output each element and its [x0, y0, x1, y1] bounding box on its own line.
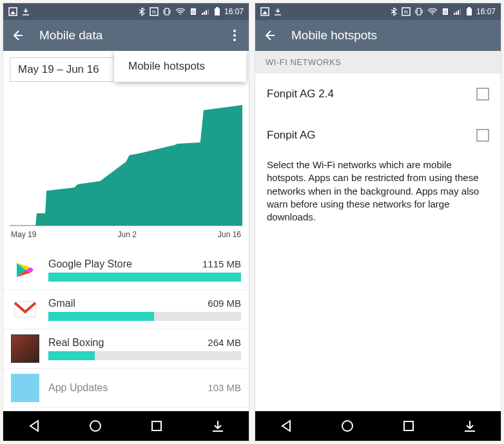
- x-tick: May 19: [11, 230, 36, 239]
- list-item[interactable]: App Updates103 MB: [3, 369, 249, 408]
- battery-icon: [466, 7, 472, 16]
- svg-point-31: [432, 14, 433, 15]
- app-usage: 1115 MB: [202, 258, 241, 270]
- svg-rect-34: [454, 13, 455, 15]
- app-usage: 103 MB: [208, 382, 241, 394]
- svg-point-16: [233, 39, 236, 41]
- checkbox[interactable]: [476, 88, 489, 101]
- chart-area-icon: [10, 91, 242, 226]
- svg-rect-30: [417, 8, 421, 15]
- checkbox[interactable]: [476, 129, 489, 142]
- nav-pull-down-button[interactable]: [462, 418, 478, 434]
- list-item[interactable]: Real Boxing264 MB: [3, 329, 249, 369]
- svg-rect-12: [215, 8, 220, 15]
- network-row[interactable]: Fonpit AG: [255, 115, 501, 156]
- x-tick: Jun 16: [218, 230, 241, 239]
- nav-recent-button[interactable]: [401, 418, 416, 434]
- app-usage: 609 MB: [208, 298, 241, 309]
- app-bar-left: Mobile data: [3, 20, 249, 51]
- signal-icon: [453, 8, 462, 15]
- menu-item-label: Mobile hotspots: [128, 60, 205, 72]
- x-tick: Jun 2: [117, 230, 136, 239]
- nav-bar: [255, 411, 501, 441]
- svg-rect-37: [460, 9, 461, 15]
- svg-text:N: N: [404, 9, 408, 15]
- data-icon: G: [441, 7, 449, 16]
- status-bar: N G 16:07: [3, 3, 249, 20]
- app-usage-list: Google Play Store1115 MB Gmail609 MB Rea…: [3, 251, 249, 408]
- svg-rect-4: [165, 8, 169, 15]
- svg-marker-23: [30, 421, 38, 431]
- svg-point-24: [90, 421, 101, 431]
- app-name: Google Play Store: [48, 258, 132, 270]
- svg-point-41: [342, 421, 353, 431]
- phone-right-mobile-hotspots: N G 16:07 Mobile hotspots WI-FI NETWORKS…: [255, 3, 501, 441]
- wifi-icon: [175, 8, 186, 15]
- battery-icon: [214, 7, 220, 16]
- svg-rect-39: [468, 7, 470, 8]
- image-icon: [8, 7, 17, 16]
- app-updates-icon: [11, 374, 39, 402]
- svg-rect-9: [204, 12, 205, 15]
- page-title: Mobile hotspots: [291, 28, 494, 43]
- network-row[interactable]: Fonpit AG 2.4: [255, 73, 501, 115]
- wifi-icon: [427, 8, 438, 15]
- bluetooth-icon: [138, 7, 146, 16]
- download-icon: [21, 7, 30, 16]
- nav-back-button[interactable]: [26, 418, 42, 434]
- app-name: Gmail: [48, 298, 75, 309]
- signal-icon: [201, 8, 210, 15]
- data-usage-chart: May 19 Jun 2 Jun 16: [10, 91, 242, 246]
- back-button[interactable]: [10, 28, 24, 43]
- usage-bar: [48, 351, 241, 360]
- status-time: 16:07: [476, 7, 496, 16]
- svg-text:N: N: [152, 9, 156, 15]
- gmail-icon: [11, 295, 39, 323]
- nav-bar: [3, 411, 249, 441]
- svg-marker-40: [282, 421, 290, 431]
- real-boxing-icon: [11, 334, 39, 363]
- svg-point-15: [233, 34, 236, 37]
- vibrate-icon: [414, 7, 423, 16]
- network-name: Fonpit AG: [267, 129, 316, 142]
- list-item[interactable]: Google Play Store1115 MB: [3, 251, 249, 290]
- vibrate-icon: [162, 7, 171, 16]
- nav-home-button[interactable]: [88, 418, 103, 434]
- svg-point-14: [233, 30, 236, 32]
- svg-point-5: [180, 14, 181, 15]
- svg-text:G: G: [443, 10, 447, 14]
- nfc-icon: N: [150, 7, 159, 16]
- back-button[interactable]: [262, 28, 276, 43]
- nav-back-button[interactable]: [278, 418, 294, 434]
- app-name: Real Boxing: [48, 337, 104, 349]
- section-header-wifi-networks: WI-FI NETWORKS: [255, 51, 501, 73]
- status-time: 16:07: [224, 7, 244, 16]
- nav-pull-down-button[interactable]: [210, 418, 226, 434]
- usage-bar: [48, 273, 241, 282]
- date-range-label: May 19 – Jun 16: [18, 63, 99, 76]
- app-bar-right: Mobile hotspots: [255, 20, 501, 51]
- svg-rect-42: [404, 421, 413, 430]
- svg-text:G: G: [191, 10, 195, 14]
- content-right: WI-FI NETWORKS Fonpit AG 2.4 Fonpit AG S…: [255, 51, 501, 411]
- svg-rect-11: [208, 9, 209, 15]
- list-item[interactable]: Gmail609 MB: [3, 290, 249, 329]
- app-usage: 264 MB: [208, 337, 241, 349]
- svg-rect-36: [458, 10, 459, 15]
- image-icon: [260, 7, 269, 16]
- svg-rect-25: [152, 421, 161, 430]
- data-icon: G: [189, 7, 197, 16]
- bluetooth-icon: [390, 7, 398, 16]
- svg-rect-35: [456, 12, 457, 15]
- phone-left-mobile-data: N G 16:07 Mobile data May 19 – Jun 16 ▼ …: [3, 3, 249, 441]
- svg-marker-27: [262, 11, 267, 14]
- svg-rect-10: [206, 10, 207, 15]
- page-title: Mobile data: [39, 28, 211, 43]
- nav-recent-button[interactable]: [149, 418, 164, 434]
- menu-popup-mobile-hotspots[interactable]: Mobile hotspots: [114, 51, 246, 82]
- nav-home-button[interactable]: [340, 418, 355, 434]
- svg-marker-1: [10, 11, 15, 14]
- svg-rect-13: [216, 7, 218, 8]
- status-bar: N G 16:07: [255, 3, 501, 20]
- overflow-menu-button[interactable]: [227, 29, 242, 42]
